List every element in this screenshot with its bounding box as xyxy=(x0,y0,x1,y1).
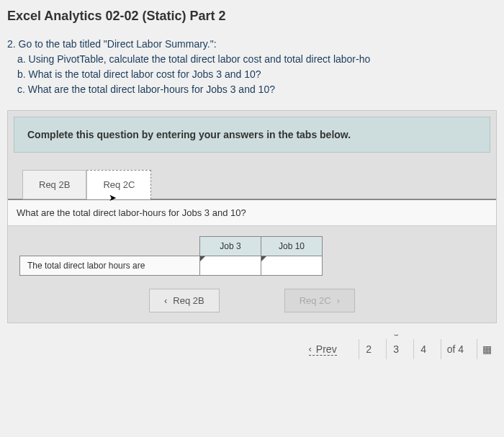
prev-link[interactable]: ‹ Prev xyxy=(309,343,337,356)
page-3-current[interactable]: 3 xyxy=(386,339,406,359)
prev-tab-button[interactable]: ‹ Req 2B xyxy=(149,289,220,312)
page-4[interactable]: 4 xyxy=(413,339,433,359)
next-tab-label: Req 2C xyxy=(300,295,331,306)
question-item-c: c. What are the total direct labor-hours… xyxy=(7,82,497,97)
bottom-nav: ‹ Prev 2 3 4 of 4 ▦ xyxy=(0,323,504,366)
cursor-icon: ➤ xyxy=(109,192,117,203)
col-header-job10: Job 10 xyxy=(261,237,323,256)
prev-link-label: Prev xyxy=(316,343,337,355)
question-item-b: b. What is the total direct labor cost f… xyxy=(7,67,497,82)
tab-req-2b[interactable]: Req 2B xyxy=(22,170,86,199)
row-label: The total direct labor hours are xyxy=(20,256,200,276)
tab-nav-buttons: ‹ Req 2B Req 2C › xyxy=(8,276,496,323)
input-job3[interactable] xyxy=(200,256,261,276)
question-lead: 2. Go to the tab titled "Direct Labor Su… xyxy=(7,37,497,52)
chevron-left-icon: ‹ xyxy=(309,343,312,354)
tab-label: Req 2C xyxy=(103,179,135,190)
tab-req-2c[interactable]: Req 2C ➤ xyxy=(86,170,151,199)
grid-icon[interactable]: ▦ xyxy=(477,339,497,359)
page-count: of 4 xyxy=(441,339,469,359)
col-header-job3: Job 3 xyxy=(200,237,261,256)
page-title: Excel Analytics 02-02 (Static) Part 2 xyxy=(0,0,504,37)
answer-table: Job 3 Job 10 The total direct labor hour… xyxy=(19,236,323,276)
input-job10[interactable] xyxy=(261,256,323,276)
chevron-right-icon: › xyxy=(337,295,340,306)
instruction-bar: Complete this question by entering your … xyxy=(14,117,490,153)
prev-tab-label: Req 2B xyxy=(173,295,204,306)
page-2[interactable]: 2 xyxy=(359,339,379,359)
tabs-row: Req 2B Req 2C ➤ xyxy=(8,170,496,199)
chevron-left-icon: ‹ xyxy=(164,295,167,306)
next-tab-button: Req 2C › xyxy=(284,289,355,312)
question-block: 2. Go to the tab titled "Direct Labor Su… xyxy=(0,37,504,110)
question-prompt: What are the total direct labor-hours fo… xyxy=(8,199,496,226)
question-item-a: a. Using PivotTable, calculate the total… xyxy=(7,52,497,67)
answer-panel: Complete this question by entering your … xyxy=(7,110,497,323)
table-row: The total direct labor hours are xyxy=(20,256,323,276)
